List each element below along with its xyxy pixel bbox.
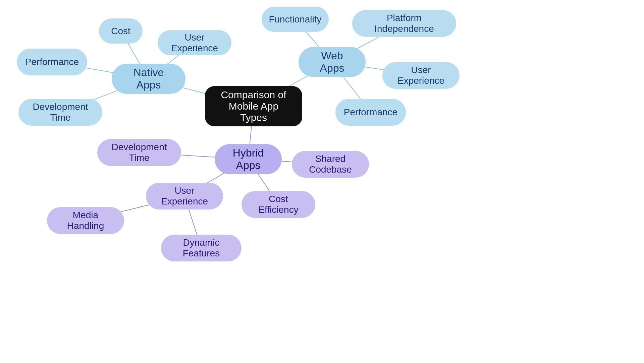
shared-codebase-node: Shared Codebase	[292, 151, 369, 178]
web-apps-node: Web Apps	[299, 47, 366, 77]
hybrid-apps-node: Hybrid Apps	[215, 144, 282, 174]
performance-right-node: Performance	[335, 99, 406, 126]
development-time-hybrid-node: Development Time	[97, 139, 181, 166]
user-experience-native-node: User Experience	[158, 30, 231, 55]
performance-left-node: Performance	[17, 49, 87, 75]
dynamic-features-node: Dynamic Features	[161, 235, 241, 261]
media-handling-node: Media Handling	[47, 207, 124, 234]
platform-independence-node: Platform Independence	[352, 10, 456, 37]
user-experience-hybrid-node: User Experience	[146, 183, 223, 209]
functionality-node: Functionality	[262, 7, 329, 32]
development-time-native-node: Development Time	[18, 99, 102, 126]
cost-efficiency-node: Cost Efficiency	[241, 191, 315, 218]
user-experience-web-node: User Experience	[382, 62, 460, 89]
native-apps-node: Native Apps	[112, 64, 185, 94]
cost-node: Cost	[99, 18, 143, 44]
center-node: Comparison of Mobile App Types	[205, 86, 302, 126]
